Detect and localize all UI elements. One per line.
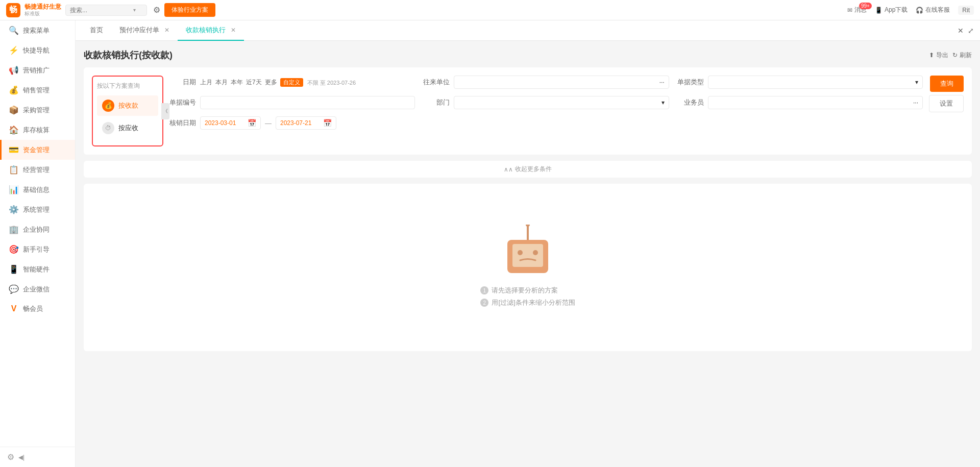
headset-icon: 🎧 bbox=[916, 7, 923, 14]
shortcut-7days[interactable]: 近7天 bbox=[246, 78, 262, 87]
tab-prepay-close[interactable]: ✕ bbox=[164, 27, 169, 34]
docno-label: 单据编号 bbox=[169, 98, 196, 107]
empty-illustration bbox=[497, 225, 558, 276]
refresh-button[interactable]: ↻ 刷新 bbox=[952, 51, 972, 60]
money-icon: 💰 bbox=[9, 85, 19, 95]
sidebar-item-member[interactable]: V 畅会员 bbox=[0, 299, 75, 318]
tab-prepay[interactable]: 预付冲应付单 ✕ bbox=[111, 20, 178, 41]
app-download-action[interactable]: 📱 App下载 bbox=[875, 6, 908, 14]
query-sidebar-title: 按以下方案查询 bbox=[97, 82, 158, 90]
doctype-group: 单据类型 ▾ bbox=[677, 76, 923, 89]
settings-icon[interactable]: ⚙ bbox=[153, 5, 160, 15]
settings-bottom-icon[interactable]: ⚙ bbox=[7, 452, 14, 462]
phone-icon: 📱 bbox=[875, 7, 883, 14]
date-unlimited-hint: 不限 至 2023-07-26 bbox=[307, 79, 356, 87]
export-button[interactable]: ⬆ 导出 bbox=[929, 51, 948, 60]
sidebar-item-marketing[interactable]: 📢 营销推广 bbox=[0, 60, 75, 80]
collapse-sidebar-icon[interactable]: ◀| bbox=[18, 454, 24, 461]
shortcut-this-month[interactable]: 本月 bbox=[215, 78, 228, 87]
header-actions: ✉ 消息 99+ 📱 App下载 🎧 在线客服 Rit bbox=[847, 6, 974, 15]
sidebar-item-finance[interactable]: 💳 资金管理 bbox=[0, 140, 75, 160]
partner-select[interactable]: ··· bbox=[454, 76, 669, 89]
ellipsis-staff-icon: ··· bbox=[913, 99, 918, 106]
writeoff-date-range: 📅 — 📅 bbox=[200, 116, 336, 130]
filter-row-1: 日期 上月 本月 本年 近7天 更多 自定义 bbox=[169, 76, 923, 89]
version-label: 标准版 bbox=[24, 11, 61, 17]
writeoff-end-input[interactable] bbox=[280, 119, 321, 127]
date-group: 日期 上月 本月 本年 近7天 更多 自定义 bbox=[169, 78, 415, 87]
sidebar-bottom: ⚙ ◀| bbox=[0, 447, 75, 467]
custom-badge[interactable]: 自定义 bbox=[280, 78, 303, 87]
top-bar: 畅 畅捷通好生意 标准版 ▾ ⚙ 体验行业方案 ✉ 消息 99+ 📱 App下载… bbox=[0, 0, 980, 20]
v-icon: V bbox=[9, 304, 19, 313]
tab-expand-btn[interactable]: ⤢ bbox=[968, 27, 974, 35]
main-content: 首页 预付冲应付单 ✕ 收款核销执行 ✕ ✕ ⤢ 收款核销执行(按收款) bbox=[76, 20, 980, 467]
docno-input[interactable] bbox=[200, 96, 415, 109]
support-action[interactable]: 🎧 在线客服 bbox=[916, 6, 950, 14]
calendar-end-icon[interactable]: 📅 bbox=[323, 119, 332, 127]
shortcut-more[interactable]: 更多 bbox=[265, 78, 277, 87]
user-name: Rit bbox=[962, 7, 970, 14]
shortcut-last-month[interactable]: 上月 bbox=[200, 78, 212, 87]
sidebar-item-wechat[interactable]: 💬 企业微信 bbox=[0, 279, 75, 299]
user-info[interactable]: Rit bbox=[958, 6, 974, 15]
sidebar-collapse-btn[interactable]: 《 bbox=[161, 103, 169, 119]
content-area: 收款核销执行(按收款) ⬆ 导出 ↻ 刷新 按以下方案查询 bbox=[76, 41, 980, 467]
sidebar-item-inventory[interactable]: 🏠 库存核算 bbox=[0, 120, 75, 140]
query-option-receivable[interactable]: ⏱ 按应收 bbox=[97, 118, 158, 138]
query-button[interactable]: 查询 bbox=[930, 76, 964, 92]
target-icon: 🎯 bbox=[9, 244, 19, 254]
message-icon: ✉ bbox=[847, 7, 852, 14]
empty-state: 1 请先选择要分析的方案 2 用[过滤]条件来缩小分析范围 bbox=[84, 184, 972, 351]
sidebar-item-hardware[interactable]: 📱 智能硬件 bbox=[0, 259, 75, 279]
search-input[interactable] bbox=[70, 7, 131, 14]
box-icon: 📦 bbox=[9, 105, 19, 115]
search-box[interactable]: ▾ bbox=[65, 5, 147, 16]
doctype-select[interactable]: ▾ bbox=[708, 76, 923, 89]
refresh-icon: ↻ bbox=[952, 52, 958, 59]
sidebar-item-sales[interactable]: 💰 销售管理 bbox=[0, 80, 75, 100]
hint-num-1: 1 bbox=[480, 286, 488, 294]
sidebar-item-enterprise[interactable]: 🏢 企业协同 bbox=[0, 219, 75, 239]
sidebar-item-system[interactable]: ⚙️ 系统管理 bbox=[0, 200, 75, 219]
sidebar-item-purchase[interactable]: 📦 采购管理 bbox=[0, 100, 75, 120]
staff-select[interactable]: ··· bbox=[708, 96, 923, 109]
chart-icon: 📊 bbox=[9, 185, 19, 194]
sidebar-item-operations[interactable]: 📋 经营管理 bbox=[0, 160, 75, 180]
sidebar-item-basic[interactable]: 📊 基础信息 bbox=[0, 180, 75, 200]
home-icon: 🏠 bbox=[9, 125, 19, 135]
writeoff-start-input-group: 📅 bbox=[200, 116, 261, 130]
hint-num-2: 2 bbox=[480, 299, 488, 307]
date-shortcuts: 上月 本月 本年 近7天 更多 自定义 bbox=[200, 78, 303, 87]
sidebar-item-quicknav[interactable]: ⚡ 快捷导航 bbox=[0, 40, 75, 60]
receivable-icon: ⏱ bbox=[102, 122, 114, 134]
query-sidebar: 按以下方案查询 💰 按收款 ⏱ 按应收 《 bbox=[92, 76, 163, 146]
message-action[interactable]: ✉ 消息 99+ bbox=[847, 6, 867, 14]
megaphone-icon: 📢 bbox=[9, 65, 19, 75]
empty-svg bbox=[497, 225, 558, 276]
tab-home[interactable]: 首页 bbox=[82, 20, 111, 41]
brand-name: 畅捷通好生意 bbox=[24, 3, 61, 10]
settings-button[interactable]: 设置 bbox=[929, 95, 964, 112]
calendar-start-icon[interactable]: 📅 bbox=[248, 119, 256, 127]
partner-label: 往来单位 bbox=[423, 78, 450, 87]
tab-current[interactable]: 收款核销执行 ✕ bbox=[178, 20, 244, 41]
tab-close-btn[interactable]: ✕ bbox=[958, 27, 964, 35]
filter-fields: 日期 上月 本月 本年 近7天 更多 自定义 bbox=[169, 76, 923, 146]
search-icon: 🔍 bbox=[9, 26, 19, 35]
sidebar-item-search[interactable]: 🔍 搜索菜单 bbox=[0, 20, 75, 40]
tab-current-close[interactable]: ✕ bbox=[231, 27, 236, 34]
shortcut-this-year[interactable]: 本年 bbox=[231, 78, 243, 87]
writeoff-date-group: 核销日期 📅 — 📅 bbox=[169, 116, 923, 130]
filter-row-2: 单据编号 部门 ▾ 业务员 bbox=[169, 96, 923, 109]
solution-button[interactable]: 体验行业方案 bbox=[164, 3, 215, 17]
writeoff-date-label: 核销日期 bbox=[169, 118, 196, 128]
query-option-receipt[interactable]: 💰 按收款 bbox=[97, 95, 158, 116]
page-title: 收款核销执行(按收款) bbox=[84, 49, 173, 61]
sidebar-item-guide[interactable]: 🎯 新手引导 bbox=[0, 239, 75, 259]
collapse-more-bar[interactable]: ∧∧ 收起更多条件 bbox=[84, 161, 972, 178]
svg-point-1 bbox=[526, 225, 530, 227]
tab-bar: 首页 预付冲应付单 ✕ 收款核销执行 ✕ ✕ ⤢ bbox=[76, 20, 980, 41]
writeoff-start-input[interactable] bbox=[205, 119, 246, 127]
dept-select[interactable]: ▾ bbox=[454, 96, 669, 109]
